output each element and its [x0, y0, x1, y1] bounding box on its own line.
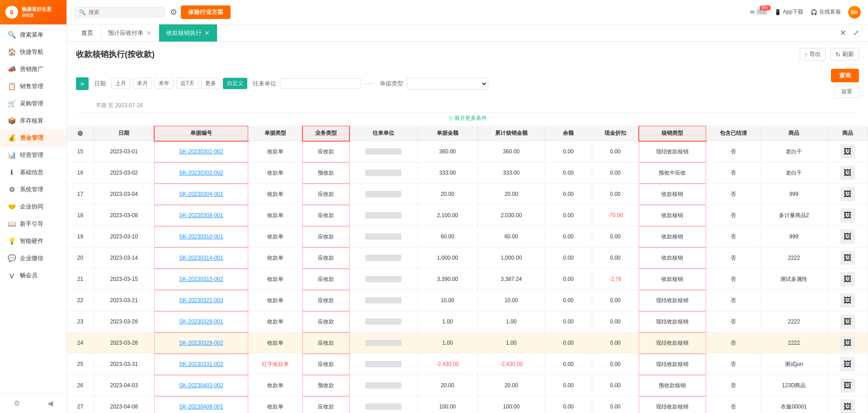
td-goods: [760, 290, 827, 311]
expand-conditions-btn[interactable]: ▽ 展开更多条件: [448, 114, 487, 122]
sidebar-logo: 6 畅康道好生意 标推版: [0, 0, 66, 24]
td-doctype: 收款单: [248, 396, 302, 413]
td-docno[interactable]: SK-20230315-002: [154, 269, 248, 290]
td-docno[interactable]: SK-20230301-002: [154, 141, 248, 162]
settings-icon[interactable]: ⚙: [14, 399, 20, 408]
tab-home[interactable]: 首页: [74, 24, 101, 42]
refresh-btn[interactable]: ↻ 刷新: [830, 48, 859, 61]
sidebar-item-member[interactable]: V畅会员: [0, 267, 66, 284]
sidebar-item-quick-nav[interactable]: 🏠快捷导航: [0, 43, 66, 61]
topbar-search-box[interactable]: 🔍: [74, 7, 165, 18]
logo-badge: 标推版: [22, 13, 52, 19]
partner-dots-btn[interactable]: ···: [365, 79, 374, 88]
td-docno[interactable]: SK-20230310-001: [154, 226, 248, 247]
tab-maximize-icon[interactable]: ⤢: [851, 27, 861, 39]
td-writetype: 预收中应收: [639, 162, 706, 184]
th-amount: 单据金额: [417, 126, 478, 141]
collapse-icon[interactable]: ◀: [47, 399, 53, 408]
sidebar-item-basic[interactable]: ℹ基础信息: [0, 164, 66, 181]
td-biztype: 应收款: [302, 332, 349, 354]
headset-icon: 🎧: [811, 9, 817, 15]
goods-thumbnail: 🖼: [840, 314, 855, 329]
page-title: 收款核销执行(按收款): [76, 49, 155, 60]
td-docno[interactable]: SK-20230403-002: [154, 375, 248, 396]
td-goodsimg: 🖼: [827, 332, 868, 354]
tab-prepay[interactable]: 预计应收付单✕: [101, 24, 159, 42]
sidebar-item-search-menu[interactable]: 🔍搜索菜单: [0, 26, 66, 43]
date-7days-btn[interactable]: 近7天: [176, 78, 198, 89]
td-docno[interactable]: SK-20230408-001: [154, 396, 248, 413]
date-custom-btn[interactable]: 自定义: [223, 78, 247, 89]
doctype-select[interactable]: [407, 78, 488, 90]
date-this-year-btn[interactable]: 本年: [155, 78, 174, 89]
date-more-btn[interactable]: 更多: [201, 78, 220, 89]
td-docno[interactable]: SK-20230321-003: [154, 290, 248, 311]
table-row: 252023-03-31SK-20230331-002红字收款单应收款-2,43…: [67, 354, 868, 375]
app-download-action[interactable]: 📱 App下载: [774, 8, 803, 16]
sidebar-item-purchase[interactable]: 🛒采购管理: [0, 95, 66, 112]
sidebar-item-operation[interactable]: 📊经营管理: [0, 147, 66, 164]
service-action[interactable]: 🎧 在线客服: [811, 8, 841, 16]
th-goodsimg: 商品: [827, 126, 868, 141]
td-writetype: 收款核销: [639, 247, 706, 269]
tab-close-all-icon[interactable]: ✕: [838, 27, 848, 39]
td-inclsettled: 否: [706, 184, 760, 205]
td-balance: 0.00: [545, 311, 592, 332]
td-doctype: 收款单: [248, 247, 302, 269]
query-btn[interactable]: 查询: [831, 69, 859, 82]
sidebar-item-sales[interactable]: 📋销售管理: [0, 78, 66, 95]
td-docno[interactable]: SK-20230328-002: [154, 332, 248, 354]
sidebar-item-finance[interactable]: 💰资金管理: [0, 129, 66, 147]
td-docno[interactable]: SK-20230331-002: [154, 354, 248, 375]
app-label: App下载: [783, 8, 803, 16]
topbar-settings-icon[interactable]: ⚙: [170, 7, 177, 17]
search-input[interactable]: [89, 9, 152, 15]
td-inclsettled: 否: [706, 269, 760, 290]
search-icon: 🔍: [79, 9, 86, 15]
industry-btn[interactable]: 体验行业方案: [181, 5, 231, 19]
td-cumwrite: 20.00: [478, 184, 545, 205]
td-goods: 2222: [760, 332, 827, 354]
td-docno[interactable]: SK-20230328-001: [154, 311, 248, 332]
td-goods: 衣服00001: [760, 396, 827, 413]
export-btn[interactable]: ↑ 导出: [800, 48, 826, 61]
sidebar-item-guide[interactable]: 📖新手引导: [0, 215, 66, 233]
logo-icon: 6: [5, 6, 18, 19]
tab-close-writeoff[interactable]: ✕: [204, 29, 210, 37]
message-action[interactable]: ✉ 消息 99+: [750, 8, 767, 16]
td-docno[interactable]: SK-20230314-001: [154, 247, 248, 269]
partner-input[interactable]: [280, 78, 361, 89]
tab-writeoff[interactable]: 收款核销执行✕: [159, 24, 217, 42]
td-goodsimg: 🖼: [827, 162, 868, 184]
filter-expand-icon[interactable]: »: [76, 77, 89, 90]
td-doctype: 收款单: [248, 375, 302, 396]
th-biztype: 业务类型: [302, 126, 349, 141]
sidebar-item-hardware[interactable]: 💡智能硬件: [0, 233, 66, 250]
td-balance: 0.00: [545, 290, 592, 311]
tab-label-home: 首页: [81, 29, 93, 37]
marketing-icon: 📣: [7, 65, 16, 73]
tab-label-writeoff: 收款核销执行: [166, 29, 202, 37]
sidebar-item-inventory[interactable]: 📦库存核算: [0, 112, 66, 129]
th-cashdiscount: 现金折扣: [592, 126, 639, 141]
doctype-filter-label: 单据类型: [380, 80, 403, 88]
td-docno[interactable]: SK-20230302-002: [154, 162, 248, 184]
sidebar-label-purchase: 采购管理: [20, 100, 43, 108]
td-docno[interactable]: SK-20230304-001: [154, 184, 248, 205]
sidebar-item-enterprise[interactable]: 🤝企业协同: [0, 198, 66, 215]
td-cashdiscount: 0.00: [592, 226, 639, 247]
td-docno[interactable]: SK-20230308-001: [154, 205, 248, 226]
filter-settings-btn[interactable]: 设置: [835, 85, 859, 98]
user-avatar[interactable]: Rit: [848, 6, 861, 19]
td-date: 2023-04-08: [94, 396, 154, 413]
date-this-month-btn[interactable]: 本月: [133, 78, 152, 89]
sidebar-item-system[interactable]: ⚙系统管理: [0, 181, 66, 198]
tab-close-prepay[interactable]: ✕: [146, 29, 151, 37]
td-sno: 25: [67, 354, 94, 375]
sidebar-item-marketing[interactable]: 📣营销推广: [0, 61, 66, 78]
sidebar-item-wechat[interactable]: 💬企业微信: [0, 250, 66, 267]
td-sno: 27: [67, 396, 94, 413]
date-last-month-btn[interactable]: 上月: [111, 78, 130, 89]
td-biztype: 应收款: [302, 311, 349, 332]
td-goods: 测试jun: [760, 354, 827, 375]
